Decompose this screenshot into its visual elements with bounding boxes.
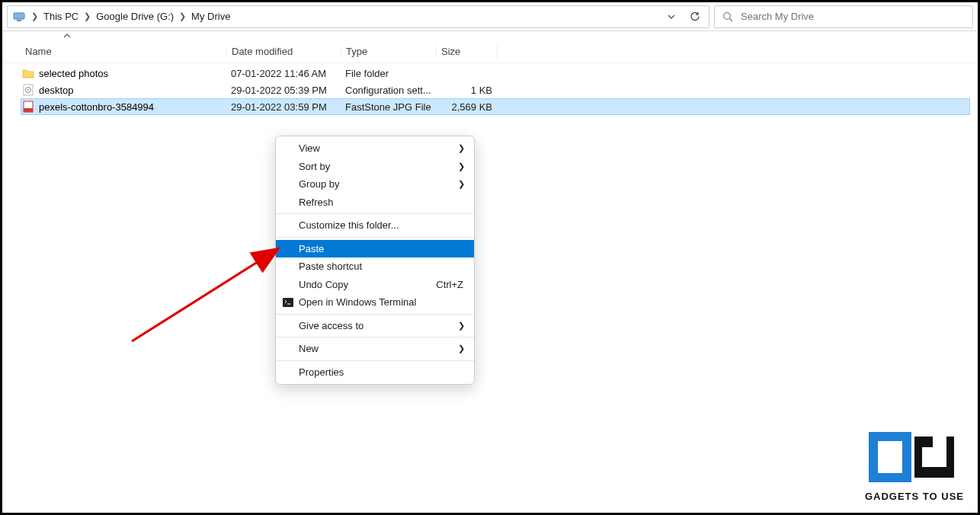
breadcrumb[interactable]: ❯ This PC ❯ Google Drive (G:) ❯ My Drive <box>8 9 659 24</box>
context-menu-label: Sort by <box>299 161 330 172</box>
breadcrumb-actions <box>659 11 709 22</box>
svg-point-6 <box>27 89 29 91</box>
file-type: Configuration sett... <box>341 85 436 96</box>
column-end <box>497 45 498 59</box>
watermark-logo-icon <box>869 432 960 487</box>
context-menu-item-new[interactable]: New❯ <box>276 340 474 358</box>
context-menu-separator <box>276 314 474 315</box>
context-menu: View❯Sort by❯Group by❯RefreshCustomize t… <box>275 136 475 385</box>
svg-point-2 <box>724 12 731 19</box>
context-menu-label: New <box>299 343 319 354</box>
file-type: File folder <box>341 68 436 79</box>
chevron-right-icon: ❯ <box>458 143 465 153</box>
address-toolbar: ❯ This PC ❯ Google Drive (G:) ❯ My Drive <box>2 2 978 31</box>
file-name: selected photos <box>39 68 108 79</box>
svg-rect-8 <box>24 108 33 112</box>
context-menu-item-group-by[interactable]: Group by❯ <box>276 175 474 194</box>
chevron-right-icon: ❯ <box>458 321 465 331</box>
context-menu-label: Group by <box>299 178 339 190</box>
context-menu-label: Properties <box>299 366 344 378</box>
file-date: 29-01-2022 03:59 PM <box>226 101 341 113</box>
context-menu-label: Customize this folder... <box>299 219 399 231</box>
context-menu-label: Open in Windows Terminal <box>299 296 416 308</box>
context-menu-separator <box>276 237 474 238</box>
up-button-area <box>2 31 978 40</box>
annotation-arrow <box>113 231 296 353</box>
context-menu-item-paste[interactable]: Paste <box>276 240 474 258</box>
search-input[interactable] <box>741 11 972 22</box>
file-row[interactable]: pexels-cottonbro-358499429-01-2022 03:59… <box>21 98 970 115</box>
svg-rect-0 <box>14 13 24 19</box>
context-menu-item-sort-by[interactable]: Sort by❯ <box>276 158 474 176</box>
breadcrumb-area: ❯ This PC ❯ Google Drive (G:) ❯ My Drive <box>7 5 709 28</box>
chevron-up-icon[interactable] <box>62 33 186 39</box>
chevron-right-icon: ❯ <box>82 11 93 21</box>
file-size: 1 KB <box>436 85 497 96</box>
terminal-icon <box>282 296 294 309</box>
context-menu-label: View <box>299 142 320 154</box>
svg-rect-9 <box>283 298 293 307</box>
column-headers: Name Date modified Type Size <box>2 40 978 63</box>
search-icon <box>715 11 741 22</box>
svg-rect-15 <box>922 437 933 447</box>
breadcrumb-item[interactable]: Google Drive (G:) <box>94 9 175 24</box>
context-menu-shortcut: Ctrl+Z <box>436 279 463 290</box>
chevron-right-icon: ❯ <box>177 11 188 21</box>
context-menu-item-view[interactable]: View❯ <box>276 139 474 158</box>
chevron-right-icon: ❯ <box>458 162 465 171</box>
context-menu-separator <box>276 337 474 337</box>
folder-icon <box>22 67 34 79</box>
context-menu-item-paste-shortcut[interactable]: Paste shortcut <box>276 258 474 276</box>
watermark-text: GADGETS TO USE <box>865 491 964 502</box>
file-date: 07-01-2022 11:46 AM <box>226 68 341 79</box>
context-menu-label: Paste shortcut <box>299 261 362 272</box>
file-list: selected photos07-01-2022 11:46 AMFile f… <box>2 63 978 115</box>
context-menu-item-open-in-windows-terminal[interactable]: Open in Windows Terminal <box>276 293 474 312</box>
context-menu-separator <box>276 360 474 361</box>
column-header-type[interactable]: Type <box>341 46 436 57</box>
search-box[interactable] <box>714 5 973 28</box>
context-menu-label: Undo Copy <box>299 279 348 290</box>
context-menu-label: Refresh <box>299 197 334 208</box>
context-menu-item-refresh[interactable]: Refresh <box>276 194 474 212</box>
ini-icon <box>22 84 34 96</box>
file-row[interactable]: selected photos07-01-2022 11:46 AMFile f… <box>21 65 970 82</box>
file-type: FastStone JPG File <box>341 101 436 113</box>
svg-rect-12 <box>873 437 907 478</box>
context-menu-item-give-access-to[interactable]: Give access to❯ <box>276 317 474 335</box>
column-header-size[interactable]: Size <box>436 46 497 57</box>
file-name: desktop <box>39 85 74 96</box>
svg-line-11 <box>132 250 277 341</box>
file-date: 29-01-2022 05:39 PM <box>226 85 341 96</box>
column-header-date[interactable]: Date modified <box>226 46 341 57</box>
location-pc-icon <box>12 10 26 24</box>
chevron-right-icon: ❯ <box>458 179 465 189</box>
context-menu-label: Give access to <box>299 320 363 331</box>
column-header-name[interactable]: Name <box>21 46 226 57</box>
file-name: pexels-cottonbro-3584994 <box>39 101 154 113</box>
jpg-icon <box>22 101 34 113</box>
svg-line-3 <box>729 18 732 21</box>
chevron-right-icon: ❯ <box>458 344 465 353</box>
context-menu-item-properties[interactable]: Properties <box>276 363 474 382</box>
svg-rect-1 <box>17 20 21 21</box>
file-row[interactable]: desktop29-01-2022 05:39 PMConfiguration … <box>21 82 970 98</box>
breadcrumb-item[interactable]: This PC <box>42 9 80 24</box>
chevron-right-icon: ❯ <box>29 11 40 21</box>
watermark: GADGETS TO USE <box>865 432 964 502</box>
context-menu-item-undo-copy[interactable]: Undo CopyCtrl+Z <box>276 276 474 294</box>
context-menu-item-customize-this-folder[interactable]: Customize this folder... <box>276 216 474 235</box>
context-menu-label: Paste <box>299 243 324 254</box>
chevron-down-icon[interactable] <box>667 12 676 21</box>
breadcrumb-item[interactable]: My Drive <box>190 9 232 24</box>
file-size: 2,569 KB <box>436 101 497 113</box>
refresh-icon[interactable] <box>690 11 701 22</box>
context-menu-separator <box>276 213 474 214</box>
